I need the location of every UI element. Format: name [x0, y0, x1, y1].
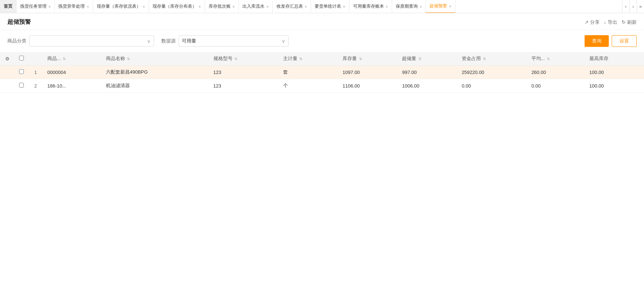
col-unit[interactable]: 主计量 ⇅ — [279, 52, 338, 66]
sort-icon-over-qty: ⇅ — [418, 57, 421, 61]
row-max-stock-1: 100.00 — [585, 79, 644, 93]
category-select[interactable]: ∨ — [29, 36, 154, 47]
col-settings[interactable]: ⚙ — [0, 52, 15, 66]
close-stock-status[interactable]: × — [143, 4, 145, 9]
row-index-1: 2 — [28, 79, 43, 93]
sort-icon-avg: ⇅ — [547, 57, 550, 61]
close-collect-summary[interactable]: × — [305, 4, 307, 9]
nav-tab-task-mgmt[interactable]: 拣货任务管理 × — [17, 0, 55, 13]
col-over-qty[interactable]: 超储量 ⇅ — [398, 52, 457, 66]
table-wrap: ⚙ 商品... ⇅ 商品名称 ⇅ 规格型号 — [0, 52, 644, 93]
row-product-name-0: 六配套新昌490BPG — [102, 66, 209, 79]
page-content: 超储预警 ↗ 分享 ↓ 导出 ↻ 刷新 商品分类 ∨ 数据源 — [0, 13, 644, 293]
nav-arrow-group: ‹ › » — [622, 0, 644, 13]
page-title: 超储预警 — [7, 18, 31, 26]
row-settings-0 — [0, 66, 15, 79]
row-unit-1: 个 — [279, 79, 338, 93]
refresh-icon: ↻ — [622, 19, 626, 25]
row-spec-0: 123 — [209, 66, 279, 79]
nav-arrow-right[interactable]: › — [629, 0, 637, 13]
filter-category: 商品分类 ∨ — [7, 36, 154, 47]
nav-tab-order-stat[interactable]: 要货单统计表 × — [311, 0, 349, 13]
export-button[interactable]: ↓ 导出 — [604, 19, 618, 26]
chevron-down-icon: ∨ — [147, 38, 151, 44]
close-overstock-warning[interactable]: × — [449, 4, 451, 8]
col-checkbox[interactable] — [15, 52, 28, 66]
chevron-down-icon: ∨ — [282, 38, 285, 44]
row-capital-occupy-1: 0.00 — [457, 79, 527, 93]
row-spec-1: 123 — [209, 79, 279, 93]
col-stock-qty[interactable]: 库存量 ⇅ — [338, 52, 398, 66]
nav-tab-expiry-check[interactable]: 保质期查询 × — [392, 0, 426, 13]
row-checkbox-1[interactable] — [19, 83, 24, 88]
sort-icon-product-code: ⇅ — [63, 57, 66, 61]
share-icon: ↗ — [585, 19, 589, 25]
header-actions: ↗ 分享 ↓ 导出 ↻ 刷新 — [585, 19, 637, 26]
row-product-code-0: 0000004 — [43, 66, 102, 79]
nav-tab-exception-handle[interactable]: 拣货异常处理 × — [55, 0, 93, 13]
row-over-qty-0: 997.00 — [398, 66, 457, 79]
row-settings-1 — [0, 79, 15, 93]
nav-arrow-more[interactable]: » — [637, 0, 644, 13]
page-header: 超储预警 ↗ 分享 ↓ 导出 ↻ 刷新 — [0, 13, 644, 30]
nav-tab-collect-summary[interactable]: 收发存汇总表 × — [273, 0, 311, 13]
row-avg-0: 260.00 — [527, 66, 585, 79]
table-body: 1 0000004 六配套新昌490BPG 123 套 1097.00 997.… — [0, 66, 644, 93]
sort-icon-capital-occupy: ⇅ — [483, 57, 486, 61]
row-max-stock-0: 100.00 — [585, 66, 644, 79]
nav-tab-home[interactable]: 首页 — [0, 0, 17, 13]
nav-tab-available-stock[interactable]: 可用量库存账本 × — [350, 0, 392, 13]
nav-tab-overstock-warning[interactable]: 超储预警 × — [426, 0, 455, 13]
col-index — [28, 52, 43, 66]
row-capital-occupy-0: 259220.00 — [457, 66, 527, 79]
refresh-button[interactable]: ↻ 刷新 — [622, 19, 637, 26]
data-table: ⚙ 商品... ⇅ 商品名称 ⇅ 规格型号 — [0, 52, 644, 93]
table-row: 2 186-10... 机油滤清器 123 个 1106.00 1006.00 … — [0, 79, 644, 93]
row-checkbox-cell-0[interactable] — [15, 66, 28, 79]
close-stock-dist[interactable]: × — [198, 4, 201, 9]
set-button[interactable]: 设置 — [612, 35, 637, 47]
sort-icon-spec: ⇅ — [234, 57, 237, 61]
nav-tabs: 首页 拣货任务管理 × 拣货异常处理 × 现存量（库存状况表） × 现存量（库存… — [0, 0, 644, 13]
row-avg-1: 0.00 — [527, 79, 585, 93]
nav-arrow-left[interactable]: ‹ — [622, 0, 629, 13]
sort-icon-product-name: ⇅ — [127, 57, 130, 61]
col-capital-occupy[interactable]: 资金占用 ⇅ — [457, 52, 527, 66]
close-stock-batch[interactable]: × — [233, 4, 235, 9]
col-spec[interactable]: 规格型号 ⇅ — [209, 52, 279, 66]
datasource-value: 可用量 — [182, 38, 196, 44]
row-stock-qty-1: 1106.00 — [338, 79, 398, 93]
select-all-checkbox[interactable] — [19, 56, 24, 60]
close-available-stock[interactable]: × — [386, 4, 388, 9]
nav-tab-stock-flow[interactable]: 出入库流水 × — [239, 0, 272, 13]
sort-icon-unit: ⇅ — [299, 57, 302, 61]
row-over-qty-1: 1006.00 — [398, 79, 457, 93]
close-exception-handle[interactable]: × — [87, 4, 89, 9]
row-index-0: 1 — [28, 66, 43, 79]
col-product-code[interactable]: 商品... ⇅ — [43, 52, 102, 66]
col-avg[interactable]: 平均... ⇅ — [527, 52, 585, 66]
row-checkbox-0[interactable] — [19, 69, 24, 74]
table-row: 1 0000004 六配套新昌490BPG 123 套 1097.00 997.… — [0, 66, 644, 79]
category-label: 商品分类 — [7, 38, 26, 44]
datasource-select[interactable]: 可用量 ∨ — [179, 36, 289, 47]
sort-icon-stock-qty: ⇅ — [359, 57, 362, 61]
close-order-stat[interactable]: × — [343, 4, 345, 9]
col-product-name[interactable]: 商品名称 ⇅ — [102, 52, 209, 66]
nav-tab-stock-batch[interactable]: 库存批次账 × — [205, 0, 239, 13]
filter-area: 商品分类 ∨ 数据源 可用量 ∨ 查询 设置 — [0, 30, 644, 52]
nav-tab-stock-dist[interactable]: 现存量（库存分布表） × — [149, 0, 205, 13]
query-button[interactable]: 查询 — [585, 35, 609, 47]
col-max-stock[interactable]: 最高库存 — [585, 52, 644, 66]
share-button[interactable]: ↗ 分享 — [585, 19, 600, 26]
export-icon: ↓ — [604, 19, 607, 25]
close-stock-flow[interactable]: × — [266, 4, 268, 9]
datasource-label: 数据源 — [161, 38, 176, 44]
gear-icon: ⚙ — [5, 56, 10, 62]
row-checkbox-cell-1[interactable] — [15, 79, 28, 93]
close-task-mgmt[interactable]: × — [48, 4, 51, 9]
filter-datasource: 数据源 可用量 ∨ — [161, 36, 289, 47]
row-stock-qty-0: 1097.00 — [338, 66, 398, 79]
close-expiry-check[interactable]: × — [420, 4, 422, 9]
nav-tab-stock-status[interactable]: 现存量（库存状况表） × — [93, 0, 149, 13]
